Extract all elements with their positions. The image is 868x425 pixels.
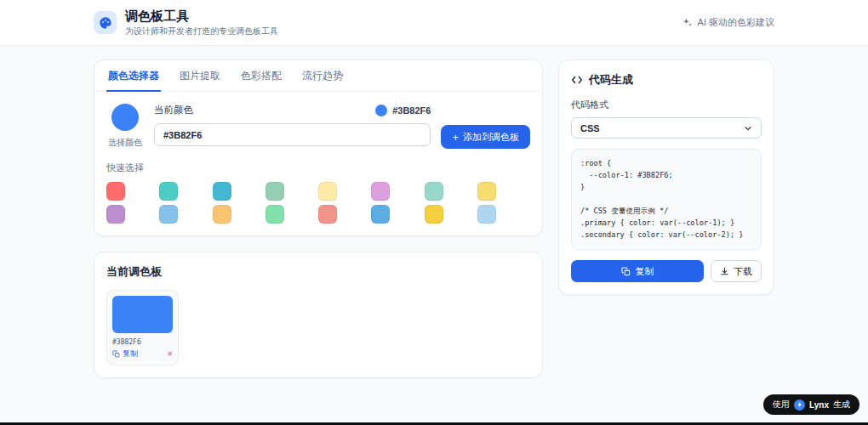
current-color-hex: #3B82F6 (392, 105, 431, 116)
copy-icon (112, 350, 120, 358)
tab-颜色选择器[interactable]: 颜色选择器 (106, 60, 161, 92)
quick-color-swatch[interactable] (213, 205, 231, 224)
picker-tabs: 颜色选择器图片提取色彩搭配流行趋势 (94, 60, 542, 92)
current-color-dot (375, 105, 387, 116)
plus-icon: + (452, 132, 459, 143)
app-header: 调色板工具 为设计师和开发者打造的专业调色板工具 AI 驱动的色彩建议 (0, 0, 868, 46)
palette-item-hex: #3B82F6 (112, 338, 173, 346)
tab-色彩搭配[interactable]: 色彩搭配 (239, 60, 283, 92)
code-block: :root { --color-1: #3B82F6; } /* CSS 变量使… (571, 149, 762, 250)
format-select[interactable]: CSS (571, 117, 762, 139)
quick-color-swatch[interactable] (159, 205, 178, 224)
code-format-label: 代码格式 (571, 99, 762, 111)
brand: 调色板工具 为设计师和开发者打造的专业调色板工具 (94, 8, 278, 37)
tab-流行趋势[interactable]: 流行趋势 (300, 60, 345, 92)
quick-color-swatch[interactable] (425, 182, 443, 201)
lynx-logo-icon (794, 400, 805, 411)
copy-code-button[interactable]: 复制 (571, 260, 704, 282)
ai-hint-text: AI 驱动的色彩建议 (698, 16, 774, 29)
quick-select-grid (106, 182, 530, 224)
current-color-label: 当前颜色 (154, 104, 193, 116)
format-select-value: CSS (580, 123, 600, 133)
color-picker-card: 颜色选择器图片提取色彩搭配流行趋势 选择颜色 当前颜色 (94, 60, 543, 236)
download-icon (720, 267, 729, 276)
code-content: :root { --color-1: #3B82F6; } /* CSS 变量使… (580, 158, 752, 241)
palette-items: #3B82F6 复制 × (106, 290, 530, 366)
app-subtitle: 为设计师和开发者打造的专业调色板工具 (125, 26, 278, 37)
chevron-down-icon (744, 124, 752, 133)
palette-item: #3B82F6 复制 × (106, 290, 179, 366)
current-palette-card: 当前调色板 #3B82F6 复制 × (94, 252, 543, 378)
remove-color-button[interactable]: × (168, 349, 173, 359)
quick-color-swatch[interactable] (477, 205, 496, 224)
badge-suffix: 生成 (833, 399, 850, 411)
quick-select-label: 快速选择 (106, 162, 530, 174)
copy-icon (621, 267, 631, 276)
sparkles-icon (682, 17, 693, 28)
current-palette-title: 当前调色板 (106, 264, 530, 280)
quick-color-swatch[interactable] (318, 182, 337, 201)
select-color-label: 选择颜色 (108, 137, 142, 149)
quick-color-swatch[interactable] (213, 182, 231, 201)
code-generation-title: 代码生成 (589, 72, 633, 88)
badge-prefix: 使用 (773, 399, 790, 411)
quick-color-swatch[interactable] (106, 182, 125, 201)
hex-input[interactable] (154, 123, 431, 146)
add-to-palette-button[interactable]: + 添加到调色板 (441, 125, 530, 149)
quick-color-swatch[interactable] (266, 182, 284, 201)
left-column: 颜色选择器图片提取色彩搭配流行趋势 选择颜色 当前颜色 (94, 60, 543, 378)
code-generation-card: 代码生成 代码格式 CSS :root { --color-1: #3B82F6… (558, 60, 774, 295)
current-color-chip: #3B82F6 (375, 105, 431, 116)
code-icon (571, 74, 583, 86)
quick-color-swatch[interactable] (477, 182, 496, 201)
quick-color-swatch[interactable] (266, 205, 284, 224)
palette-logo-icon (94, 11, 117, 34)
lynx-badge[interactable]: 使用 Lynx 生成 (763, 394, 859, 415)
quick-color-swatch[interactable] (318, 205, 337, 224)
download-button[interactable]: 下载 (711, 260, 762, 282)
quick-color-swatch[interactable] (371, 205, 390, 224)
ai-hint: AI 驱动的色彩建议 (682, 16, 774, 29)
app-title: 调色板工具 (125, 8, 278, 24)
tab-图片提取[interactable]: 图片提取 (178, 60, 222, 92)
palette-item-copy-button[interactable]: 复制 (112, 348, 138, 360)
color-picker-circle[interactable] (111, 104, 139, 131)
quick-color-swatch[interactable] (371, 182, 390, 201)
quick-color-swatch[interactable] (159, 182, 178, 201)
quick-color-swatch[interactable] (106, 205, 125, 224)
quick-color-swatch[interactable] (425, 205, 443, 224)
badge-brand: Lynx (809, 400, 829, 410)
palette-item-swatch[interactable] (112, 296, 173, 333)
